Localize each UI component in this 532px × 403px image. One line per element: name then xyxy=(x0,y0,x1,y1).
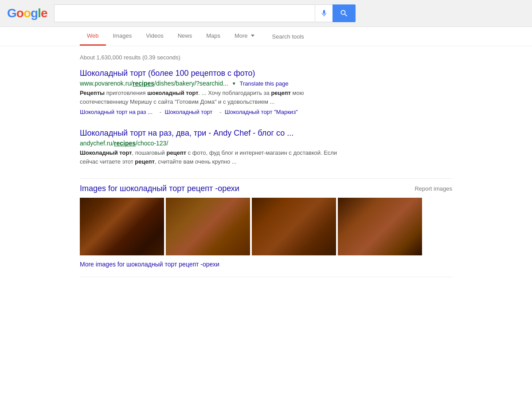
logo-g2: g xyxy=(31,6,38,20)
search-icon xyxy=(340,9,348,18)
images-section: Images for шоколадный торт рецепт -орехи… xyxy=(80,184,452,268)
search-button[interactable] xyxy=(332,4,356,22)
nav-web[interactable]: Web xyxy=(80,27,106,46)
result-url-line: www.povarenok.ru/recipes/dishes/bakery/?… xyxy=(80,80,452,87)
google-logo[interactable]: Google xyxy=(7,6,47,20)
result-url-line: andychef.ru/recipes/choco-123/ xyxy=(80,140,452,147)
url-prefix: www.povarenok.ru/ xyxy=(80,80,133,87)
content: About 1,630,000 results (0.39 seconds) Ш… xyxy=(0,46,532,286)
nav-images[interactable]: Images xyxy=(106,27,139,46)
logo-l: l xyxy=(38,6,41,20)
nav-maps[interactable]: Maps xyxy=(199,27,227,46)
mic-icon xyxy=(320,9,328,17)
url-highlight: recipes xyxy=(114,140,136,147)
results-summary: About 1,630,000 results (0.39 seconds) xyxy=(80,50,452,68)
images-header: Images for шоколадный торт рецепт -орехи… xyxy=(80,184,452,193)
sitelink-sep: - xyxy=(160,109,161,115)
section-divider xyxy=(80,178,452,179)
logo-e: e xyxy=(41,6,47,20)
result-snippet: Шоколадный торт, пошаговый рецепт с фото… xyxy=(80,149,346,166)
result-sitelinks: Шоколадный торт на раз ... - Шоколадный … xyxy=(80,109,452,115)
logo-o1: o xyxy=(16,6,23,20)
images-section-title[interactable]: Images for шоколадный торт рецепт -орехи xyxy=(80,184,239,193)
image-thumb-4[interactable] xyxy=(338,198,422,255)
translate-link[interactable]: Translate this page xyxy=(240,80,289,87)
url-dropdown-icon: ▼ xyxy=(232,81,236,86)
nav-bar: Web Images Videos News Maps More Search … xyxy=(0,27,532,46)
nav-videos[interactable]: Videos xyxy=(139,27,171,46)
image-thumb-3[interactable] xyxy=(252,198,336,255)
url-highlight: recipes xyxy=(133,80,154,87)
nav-more[interactable]: More xyxy=(227,27,262,46)
search-tools-button[interactable]: Search tools xyxy=(265,28,311,45)
search-input[interactable]: шоколадный торт рецепт -орехи xyxy=(54,4,315,22)
sitelink-sep-2: - xyxy=(219,109,221,115)
sitelink-3[interactable]: Шоколадный торт "Маркиз" xyxy=(225,109,298,115)
voice-search-button[interactable] xyxy=(315,4,332,22)
section-divider-bottom xyxy=(80,277,452,277)
more-label: More xyxy=(235,32,248,39)
url-prefix: andychef.ru/ xyxy=(80,140,114,147)
logo-g: G xyxy=(7,6,16,20)
result-title[interactable]: Шоколадный торт (более 100 рецептов с фо… xyxy=(80,69,255,78)
more-images-link[interactable]: More images for шоколадный торт рецепт -… xyxy=(80,261,452,268)
nav-news[interactable]: News xyxy=(171,27,200,46)
header: Google шоколадный торт рецепт -орехи xyxy=(0,0,532,27)
result-url: andychef.ru/recipes/choco-123/ xyxy=(80,140,168,147)
images-grid xyxy=(80,198,452,255)
url-suffix: /dishes/bakery/?searchid... xyxy=(154,80,228,87)
result-snippet: Рецепты приготовления шоколадный торт. .… xyxy=(80,89,346,106)
url-suffix: /choco-123/ xyxy=(136,140,168,147)
sitelink-2[interactable]: Шоколадный торт xyxy=(165,109,213,115)
more-chevron-icon xyxy=(251,35,254,37)
report-images-link[interactable]: Report images xyxy=(415,185,452,192)
logo-o2: o xyxy=(23,6,31,20)
result-url: www.povarenok.ru/recipes/dishes/bakery/?… xyxy=(80,80,228,87)
search-box-container: шоколадный торт рецепт -орехи xyxy=(54,4,356,22)
result-title[interactable]: Шоколадный торт на раз, два, три - Andy … xyxy=(80,129,293,137)
sitelink-1[interactable]: Шоколадный торт на раз ... xyxy=(80,109,153,115)
result-item: Шоколадный торт (более 100 рецептов с фо… xyxy=(80,68,452,115)
image-thumb-1[interactable] xyxy=(80,198,164,255)
image-thumb-2[interactable] xyxy=(166,198,250,255)
result-item: Шоколадный торт на раз, два, три - Andy … xyxy=(80,128,452,166)
